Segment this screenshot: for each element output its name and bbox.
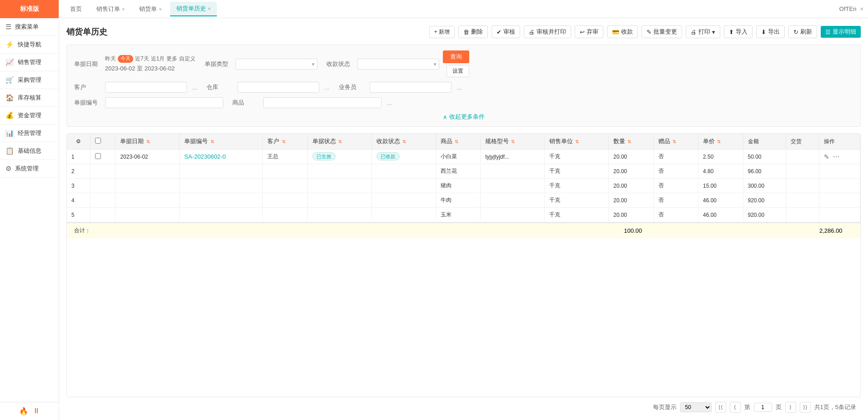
- date-label: 单据日期: [74, 60, 101, 68]
- td-transaction: [786, 164, 819, 179]
- th-unit-sort: ⇅: [575, 139, 579, 144]
- date-7days[interactable]: 近7天: [135, 55, 149, 63]
- th-doc-status[interactable]: 单据状态 ⇅: [307, 134, 371, 150]
- salesperson-dots[interactable]: ...: [457, 84, 462, 91]
- warehouse-dots[interactable]: ...: [325, 84, 330, 91]
- abandon-button[interactable]: ↩ 弃审: [575, 25, 603, 38]
- customer-dots[interactable]: ...: [192, 84, 197, 91]
- td-unit: 千克: [545, 150, 609, 164]
- sidebar-item-basic-info[interactable]: 📋 基础信息: [0, 142, 59, 160]
- salesperson-input[interactable]: [370, 82, 452, 93]
- topbar-close-btn[interactable]: ×: [860, 5, 863, 12]
- date-yesterday[interactable]: 昨天: [105, 55, 116, 63]
- th-doc-no[interactable]: 单据编号 ⇅: [180, 134, 263, 150]
- td-checkbox[interactable]: [90, 208, 115, 222]
- th-goods[interactable]: 商品 ⇅: [436, 134, 481, 150]
- table-row: 4 牛肉 千克 20.00 否 46.00 920.00: [67, 193, 860, 208]
- row-checkbox[interactable]: [95, 153, 101, 159]
- goods-dots[interactable]: ...: [387, 100, 392, 106]
- import-button[interactable]: ⬆ 导入: [724, 25, 753, 38]
- date-more[interactable]: 更多: [166, 55, 177, 63]
- th-transaction: 交货: [786, 134, 819, 150]
- delete-button[interactable]: 🗑 删除: [458, 25, 488, 38]
- more-icon[interactable]: ⋯: [833, 153, 839, 160]
- paystatus-select[interactable]: [357, 59, 439, 70]
- export-button[interactable]: ⬇ 导出: [756, 25, 785, 38]
- docno-input[interactable]: [105, 97, 223, 108]
- refresh-button[interactable]: ↻ 刷新: [788, 25, 817, 38]
- add-button[interactable]: + 新增: [429, 26, 455, 38]
- th-unit-price-sort: ⇅: [717, 139, 721, 144]
- sidebar-item-quick-nav[interactable]: ⚡ 快捷导航: [0, 36, 59, 54]
- sidebar-item-sys-mgmt[interactable]: ⚙ 系统管理: [0, 160, 59, 178]
- sidebar-fire-icon[interactable]: 🔥: [19, 407, 28, 415]
- td-checkbox[interactable]: [90, 193, 115, 208]
- sidebar-item-purchase-mgmt[interactable]: 🛒 采购管理: [0, 71, 59, 89]
- abandon-icon: ↩: [580, 29, 585, 35]
- td-rownum: 5: [67, 208, 90, 222]
- th-unit[interactable]: 销售单位 ⇅: [545, 134, 609, 150]
- batch-change-button[interactable]: ✎ 批量变更: [642, 25, 682, 38]
- th-spec[interactable]: 规格型号 ⇅: [481, 134, 545, 150]
- date-today[interactable]: 今天: [118, 55, 133, 63]
- tab-sales-order-close[interactable]: ×: [122, 6, 125, 12]
- td-checkbox[interactable]: [90, 164, 115, 179]
- sidebar-item-fund-mgmt[interactable]: 💰 资金管理: [0, 107, 59, 125]
- td-checkbox[interactable]: [90, 179, 115, 193]
- set-button[interactable]: 设置: [447, 65, 469, 77]
- warehouse-input[interactable]: [237, 82, 319, 93]
- th-qty[interactable]: 数量 ⇅: [609, 134, 654, 150]
- th-gear[interactable]: ⚙: [67, 134, 90, 150]
- th-spec-label: 规格型号: [485, 138, 509, 145]
- last-page-btn[interactable]: ⟩⟩: [800, 402, 811, 413]
- collapse-row[interactable]: ∧ 收起更多条件: [74, 113, 853, 121]
- page-size-select[interactable]: 20 50 100: [680, 402, 712, 412]
- th-gift[interactable]: 赠品 ⇅: [653, 134, 698, 150]
- edit-icon[interactable]: ✎: [824, 153, 829, 160]
- date-custom[interactable]: 自定义: [179, 55, 196, 63]
- th-doc-date[interactable]: 单据日期 ⇅: [115, 134, 180, 150]
- td-customer: [263, 193, 308, 208]
- tab-sales-history-close[interactable]: ×: [208, 6, 211, 11]
- th-pay-status[interactable]: 收款状态 ⇅: [371, 134, 436, 150]
- tab-sales-history[interactable]: 销货单历史 ×: [170, 2, 217, 16]
- first-page-btn[interactable]: ⟨⟨: [715, 402, 726, 413]
- td-goods: 牛肉: [436, 193, 481, 208]
- sidebar-item-search-menu[interactable]: ☰ 搜索菜单: [0, 18, 59, 36]
- tab-sales-goods-label: 销货单: [139, 5, 157, 13]
- print-button[interactable]: 🖨 打印 ▾: [686, 25, 720, 38]
- show-detail-button[interactable]: ☰ 显示明细: [821, 26, 861, 38]
- audit-button[interactable]: ✔ 审核: [492, 25, 520, 38]
- sidebar-pause-icon[interactable]: ⏸: [33, 407, 40, 415]
- date-1month[interactable]: 近1月: [151, 55, 165, 63]
- th-unit-price[interactable]: 单价 ⇅: [698, 134, 743, 150]
- td-customer: [263, 164, 308, 179]
- select-all-checkbox[interactable]: [95, 138, 101, 144]
- th-customer[interactable]: 客户 ⇅: [263, 134, 308, 150]
- td-doc-no: [180, 179, 263, 193]
- td-spec: [481, 164, 545, 179]
- td-checkbox[interactable]: [90, 150, 115, 164]
- td-gift: 否: [653, 208, 698, 222]
- next-page-btn[interactable]: ⟩: [785, 402, 796, 413]
- filter-group-salesperson: 业务员 ...: [339, 82, 462, 93]
- collect-button[interactable]: 💳 收款: [607, 25, 638, 38]
- doc-no-link[interactable]: SA-20230602-0: [184, 153, 226, 160]
- goods-input[interactable]: [263, 97, 381, 108]
- sidebar-item-inventory[interactable]: 🏠 库存核算: [0, 89, 59, 107]
- page-input[interactable]: 1: [754, 403, 772, 412]
- tab-sales-goods-close[interactable]: ×: [159, 6, 161, 12]
- query-button[interactable]: 查询: [443, 50, 469, 63]
- audit-print-button[interactable]: 🖨 审核并打印: [524, 25, 571, 38]
- tab-sales-order[interactable]: 销售订单 ×: [90, 2, 131, 16]
- sidebar-item-ops-mgmt[interactable]: 📊 经营管理: [0, 125, 59, 142]
- doctype-select[interactable]: [236, 59, 317, 70]
- page-size-label: 每页显示: [653, 403, 677, 411]
- customer-input[interactable]: [105, 82, 187, 93]
- toolbar: + 新增 🗑 删除 ✔ 审核 🖨 审核并打印 ↩ 弃审: [429, 25, 861, 38]
- tab-home[interactable]: 首页: [64, 2, 88, 16]
- sidebar-item-sales-mgmt[interactable]: 📈 销售管理: [0, 54, 59, 71]
- prev-page-btn[interactable]: ⟨: [730, 402, 741, 413]
- th-checkbox[interactable]: [90, 134, 115, 150]
- tab-sales-goods[interactable]: 销货单 ×: [133, 2, 168, 16]
